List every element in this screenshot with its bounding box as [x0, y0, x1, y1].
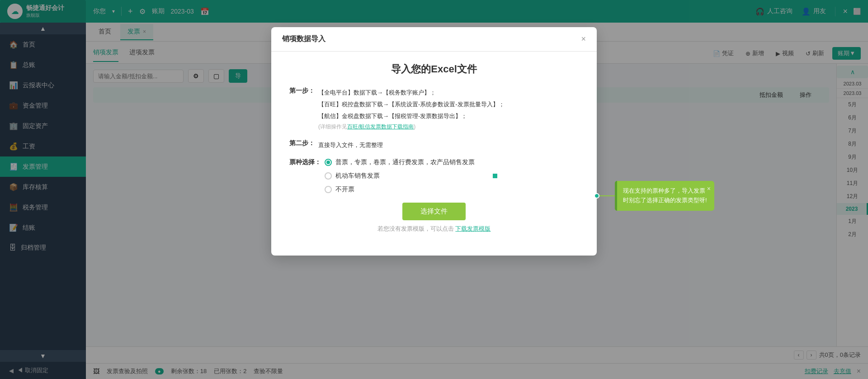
modal-close-btn[interactable]: × — [581, 34, 586, 44]
radio-motor-label: 机动车销售发票 — [335, 172, 380, 180]
radio-none-label: 不开票 — [335, 185, 354, 194]
ticket-select-label: 票种选择： — [289, 158, 321, 166]
step1-line3: 【航信】金税盘数据下载→【报税管理-发票数据导出】； — [318, 110, 505, 122]
radio-none[interactable]: 不开票 — [325, 185, 475, 194]
radio-common[interactable]: 普票，专票，卷票，通行费发票，农产品销售发票 — [325, 158, 475, 166]
tooltip-close-btn[interactable]: × — [707, 184, 711, 194]
modal-import-title: 导入您的Excel文件 — [289, 62, 579, 76]
step1-link[interactable]: 百旺/航信发票数据下载指南 — [347, 123, 414, 130]
step1-label: 第一步： — [289, 87, 315, 95]
tooltip-text: 现在支持的票种多了，导入发票时别忘了选择正确的发票类型呀! — [623, 187, 707, 204]
step2-label: 第二步： — [289, 139, 315, 147]
radio-motor[interactable]: 机动车销售发票 — [325, 172, 475, 180]
modal-footer-text: 若您没有发票模版，可以点击 — [377, 225, 454, 232]
step2-content: 直接导入文件，无需整理 — [318, 139, 383, 151]
download-template-link[interactable]: 下载发票模版 — [455, 225, 491, 232]
select-file-btn[interactable]: 选择文件 — [402, 203, 466, 220]
radio-common-label: 普票，专票，卷票，通行费发票，农产品销售发票 — [335, 158, 475, 166]
step1-line1: 【全电平台】数据下载→【税务数字账户】； — [318, 87, 505, 99]
modal-title: 销项数据导入 — [282, 34, 326, 44]
modal-overlay: 销项数据导入 × 导入您的Excel文件 第一步： 【全电平台】数据下载→【税务… — [0, 0, 868, 379]
modal-dialog: 销项数据导入 × 导入您的Excel文件 第一步： 【全电平台】数据下载→【税务… — [271, 27, 597, 256]
step1-line2: 【百旺】税控盘数据下载→【系统设置-系统参数设置-发票批量导入】； — [318, 99, 505, 110]
